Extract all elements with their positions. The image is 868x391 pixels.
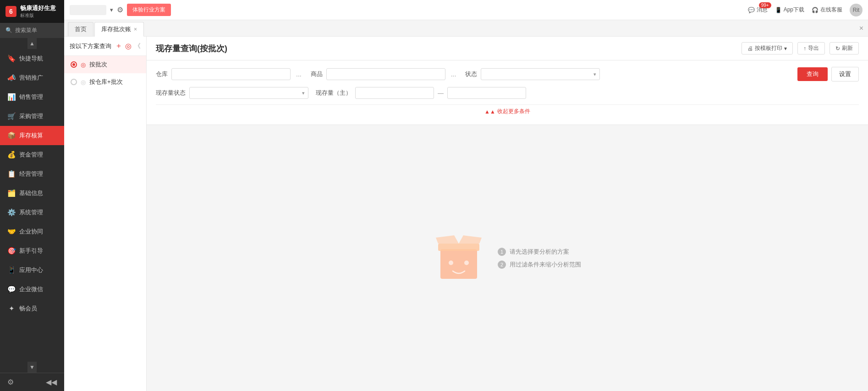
right-panel: 现存量查询(按批次) 🖨 按模板打印 ▾ ↑ 导出 ↻ 刷新 [147, 37, 868, 391]
experience-btn[interactable]: 体验行业方案 [127, 4, 171, 16]
sidebar-item-sales[interactable]: 📊 销售管理 [0, 87, 64, 107]
sidebar-item-enterprise[interactable]: 🤝 企业协同 [0, 222, 64, 241]
add-scheme-btn[interactable]: ＋ [115, 41, 122, 51]
scheme-settings-btn[interactable]: ◎ [125, 42, 132, 50]
tabbar-close-right-btn[interactable]: × [859, 24, 863, 33]
tab-inventory-batch[interactable]: 库存批次账 × [94, 22, 144, 37]
stock-status-select[interactable] [189, 87, 308, 99]
content-area: 按以下方案查询 ＋ ◎ 《 ◎ 按批次 ◎ 按仓库+批次 [64, 37, 868, 391]
warehouse-input[interactable] [171, 68, 291, 80]
breadcrumb-dropdown-btn[interactable]: ▾ [110, 6, 113, 13]
sidebar-item-operations[interactable]: 📋 经营管理 [0, 164, 64, 184]
print-dropdown-icon: ▾ [784, 45, 787, 52]
sidebar-item-label: 新手引导 [19, 247, 43, 255]
query-btn[interactable]: 查询 [797, 67, 828, 81]
sidebar-header: 6 畅康通好生意 标准版 [0, 0, 64, 23]
tab-home[interactable]: 首页 [68, 22, 93, 36]
sidebar-item-label: 系统管理 [19, 208, 43, 217]
status-label: 状态 [465, 70, 477, 78]
collapse-panel-btn[interactable]: 《 [134, 42, 141, 50]
breadcrumb-input[interactable] [70, 5, 106, 15]
sidebar-item-vip[interactable]: ✦ 畅会员 [0, 299, 64, 318]
stock-qty-label: 现存量（主） [316, 89, 352, 97]
stock-qty-from-input[interactable] [355, 87, 434, 99]
scheme-radio-batch [71, 61, 77, 68]
settings-icon[interactable]: ⚙ [7, 378, 14, 386]
page-title: 现存量查询(按批次) [156, 43, 227, 54]
app-brand: 畅康通好生意 标准版 [20, 5, 56, 18]
app-download-icon: 📱 [775, 7, 782, 13]
page-header: 现存量查询(按批次) 🖨 按模板打印 ▾ ↑ 导出 ↻ 刷新 [147, 37, 868, 60]
empty-state: 1 请先选择要分析的方案 2 用过滤条件来缩小分析范围 [147, 125, 868, 391]
message-icon: 💬 [748, 7, 755, 13]
sidebar-item-app-center[interactable]: 📱 应用中心 [0, 261, 64, 280]
sidebar-item-purchase[interactable]: 🛒 采购管理 [0, 107, 64, 126]
online-service-btn[interactable]: 🎧 在线客服 [812, 6, 842, 14]
sidebar-item-label: 采购管理 [19, 112, 43, 120]
warehouse-more-btn[interactable]: ... [294, 71, 303, 78]
stock-qty-to-input[interactable] [447, 87, 526, 99]
warehouse-label: 仓库 [156, 70, 168, 78]
refresh-label: 刷新 [842, 44, 853, 52]
left-panel-actions: ＋ ◎ 《 [115, 41, 141, 51]
sidebar-item-quick-nav[interactable]: 🔖 快捷导航 [0, 49, 64, 68]
scheme-by-warehouse-batch[interactable]: ◎ 按仓库+批次 [64, 73, 146, 91]
sidebar-item-basic[interactable]: 🗂️ 基础信息 [0, 184, 64, 203]
scheme-by-batch[interactable]: ◎ 按批次 [64, 56, 146, 73]
status-select[interactable] [481, 68, 600, 80]
filter-row-2: 现存量状态 现存量（主） — [156, 87, 859, 99]
empty-illustration [434, 231, 484, 286]
search-icon: 🔍 [5, 27, 12, 33]
system-icon: ⚙️ [7, 208, 16, 217]
product-more-btn[interactable]: ... [449, 71, 458, 78]
basic-icon: 🗂️ [7, 189, 16, 197]
filter-area: 仓库 ... 商品 ... 状态 [147, 60, 868, 125]
sales-icon: 📊 [7, 93, 16, 101]
sidebar-item-inventory[interactable]: 📦 库存核算 [0, 126, 64, 145]
tip-num-2: 2 [498, 261, 506, 269]
export-btn[interactable]: ↑ 导出 [797, 42, 825, 54]
svg-rect-0 [440, 249, 477, 279]
collapse-sidebar-icon[interactable]: ◀◀ [46, 378, 57, 386]
stock-qty-field: 现存量（主） — [316, 87, 526, 99]
svg-marker-2 [436, 235, 459, 244]
refresh-btn[interactable]: ↻ 刷新 [830, 42, 859, 54]
empty-tips: 1 请先选择要分析的方案 2 用过滤条件来缩小分析范围 [498, 248, 581, 269]
collapse-more-label: 收起更多条件 [497, 108, 530, 115]
sidebar-item-label: 畅会员 [19, 304, 37, 313]
newbie-icon: 🎯 [7, 247, 16, 255]
app-center-icon: 📱 [7, 266, 16, 274]
page-header-actions: 🖨 按模板打印 ▾ ↑ 导出 ↻ 刷新 [742, 42, 859, 54]
enterprise-icon: 🤝 [7, 228, 16, 236]
sidebar-item-marketing[interactable]: 📣 营销推广 [0, 68, 64, 87]
topbar-right: 💬 消息 99+ 📱 App下载 🎧 在线客服 Rit [748, 4, 863, 16]
headset-icon: 🎧 [812, 7, 819, 13]
collapse-more-btn[interactable]: ▲▲ 收起更多条件 [156, 104, 859, 118]
product-input[interactable] [326, 68, 445, 80]
sidebar-search[interactable]: 🔍 搜索菜单 [0, 23, 64, 38]
print-template-btn[interactable]: 🖨 按模板打印 ▾ [742, 42, 793, 54]
sidebar-item-newbie[interactable]: 🎯 新手引导 [0, 241, 64, 261]
sidebar-item-wechat[interactable]: 💬 企业微信 [0, 280, 64, 299]
sidebar-item-label: 基础信息 [19, 189, 43, 197]
user-name-display: Rit [853, 7, 860, 13]
sidebar-item-system[interactable]: ⚙️ 系统管理 [0, 203, 64, 222]
tab-close-btn[interactable]: × [134, 26, 137, 33]
collapse-arrow-icon: ▲▲ [484, 109, 495, 115]
scheme-icon-warehouse-batch: ◎ [81, 79, 86, 86]
sidebar-item-label: 库存核算 [19, 131, 43, 140]
vip-icon: ✦ [7, 304, 16, 313]
product-field: 商品 ... [311, 68, 458, 80]
user-avatar[interactable]: Rit [850, 4, 863, 16]
app-download-btn[interactable]: 📱 App下载 [775, 6, 804, 14]
sidebar-scroll-up[interactable]: ▲ [27, 38, 37, 49]
avatar: Rit [850, 4, 863, 16]
messages-btn[interactable]: 💬 消息 99+ [748, 6, 768, 14]
status-select-wrapper [481, 68, 600, 80]
refresh-icon: ↻ [835, 45, 840, 52]
sidebar-item-finance[interactable]: 💰 资金管理 [0, 145, 64, 164]
filter-settings-btn[interactable]: 设置 [831, 67, 859, 81]
topbar-settings-btn[interactable]: ⚙ [117, 5, 123, 14]
app-name: 畅康通好生意 [20, 5, 56, 12]
sidebar-scroll-down[interactable]: ▼ [27, 362, 37, 373]
